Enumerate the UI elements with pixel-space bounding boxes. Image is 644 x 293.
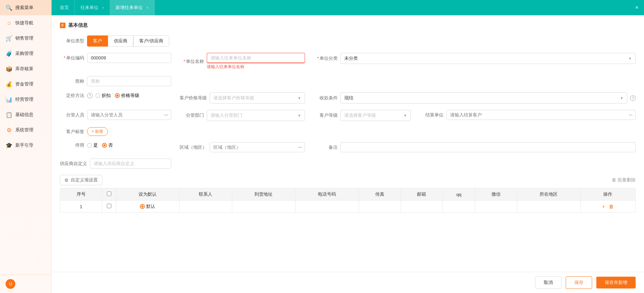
unit-code-group: *单位编码 <box>60 53 171 63</box>
unit-type-customer-button[interactable]: 客户 <box>87 35 108 47</box>
disabled-yes-radio[interactable]: 是 <box>87 142 98 148</box>
pricing-radio-group: 折扣 价格等级 <box>95 92 139 99</box>
content-area: F 基本信息 单位类型 客户 供应商 客户/供应商 *单位编码 <box>52 15 644 272</box>
unit-category-select[interactable]: 未分类 ▼ <box>340 53 636 64</box>
unit-type-supplier-button[interactable]: 供应商 <box>108 35 133 47</box>
sidebar-item-label: 销售管理 <box>15 35 33 41</box>
dept-group: 分管部门 请输入分管部门 ▼ <box>180 110 305 121</box>
row-add-button[interactable]: + <box>601 204 606 209</box>
select-all-checkbox[interactable] <box>107 192 111 196</box>
sidebar-item-label: 资金管理 <box>15 81 33 87</box>
row-delete-button[interactable]: 🗑 <box>607 204 615 209</box>
sidebar-item-sales[interactable]: 🛒 销售管理 <box>0 31 51 46</box>
unit-name-input[interactable] <box>207 53 305 63</box>
settlement-more-icon[interactable]: ··· <box>626 110 635 120</box>
unit-name-group: *单位名称 请输入往来单位名称 <box>180 53 305 70</box>
payment-terms-group: 收款条件 现结 ▼ ? <box>313 92 636 104</box>
row-wechat <box>475 201 517 213</box>
manager-label: 分管人员 <box>60 112 84 118</box>
add-tag-button[interactable]: + 标签 <box>87 127 108 136</box>
region-group: 区域（地区） ··· <box>180 142 305 152</box>
row-action: + 🗑 <box>580 201 635 213</box>
section-title: 基本信息 <box>68 22 88 29</box>
disabled-yes-circle <box>87 143 92 148</box>
pricing-discount-radio[interactable]: 折扣 <box>95 92 111 99</box>
tab-new-partner[interactable]: 新增往来单位 × <box>110 0 154 15</box>
tab-partners[interactable]: 往来单位 × <box>75 0 110 15</box>
list-icon: 📋 <box>6 111 13 118</box>
region-input[interactable] <box>210 143 295 152</box>
sidebar-item-basic[interactable]: 📋 基础信息 <box>0 107 51 122</box>
chevron-down-icon: ▼ <box>628 57 632 60</box>
customer-price-level-group: 客户价格等级 请选择客户价格等级 ▼ <box>180 92 305 104</box>
avatar: U <box>6 279 15 289</box>
home-icon: ⌂ <box>6 19 13 26</box>
manager-input[interactable] <box>87 110 162 120</box>
tags-row: 客户标签 + 标签 <box>60 127 636 136</box>
sidebar-item-search[interactable]: 🔍 搜索菜单 <box>0 0 51 15</box>
short-name-input[interactable] <box>87 76 171 86</box>
tab-partners-close-icon[interactable]: × <box>102 6 104 10</box>
custom-settings-button[interactable]: ⚙ 自定义项设置 <box>60 175 102 185</box>
col-wechat: 微信 <box>475 188 517 201</box>
search-icon: 🔍 <box>6 4 13 11</box>
sidebar-item-system[interactable]: ⚙ 系统管理 <box>0 122 51 138</box>
sidebar-item-inventory[interactable]: 📦 库存核算 <box>0 61 51 76</box>
supplier-custom-group: 供应商自定义 <box>60 158 171 169</box>
save-new-button[interactable]: 保存并新增 <box>596 277 636 288</box>
tab-new-partner-close-icon[interactable]: × <box>146 6 148 10</box>
cart-icon: 🛒 <box>6 35 13 42</box>
tab-bar: 首页 往来单位 × 新增往来单位 × × <box>52 0 644 15</box>
col-email: 邮箱 <box>401 188 443 201</box>
dept-select[interactable]: 请输入分管部门 ▼ <box>207 110 305 121</box>
supplier-custom-row: 供应商自定义 <box>60 158 636 169</box>
footer: 取消 保存 保存并新增 <box>52 272 644 293</box>
batch-delete-button[interactable]: 🗑 批量删除 <box>612 177 636 183</box>
customer-level-select[interactable]: 请选择客户等级 ▼ <box>340 110 411 121</box>
sidebar-item-purchase[interactable]: 🧳 采购管理 <box>0 46 51 61</box>
close-all-tabs-button[interactable]: × <box>633 5 641 11</box>
unit-code-input[interactable] <box>87 53 171 63</box>
cancel-button[interactable]: 取消 <box>535 276 561 289</box>
dept-label: 分管部门 <box>180 112 204 119</box>
default-radio-circle <box>140 204 145 209</box>
guide-icon: 🎓 <box>6 142 13 149</box>
customer-price-level-select[interactable]: 请选择客户价格等级 ▼ <box>210 92 305 104</box>
settlement-input[interactable] <box>447 110 626 120</box>
payment-terms-label: 收款条件 <box>313 95 338 101</box>
unit-name-error: 请输入往来单位名称 <box>207 64 305 70</box>
sidebar-item-finance[interactable]: 💰 资金管理 <box>0 76 51 92</box>
pricing-help-icon[interactable]: ? <box>87 93 93 98</box>
unit-type-both-button[interactable]: 客户/供应商 <box>133 35 169 47</box>
disabled-no-radio[interactable]: 否 <box>102 142 113 148</box>
short-name-group: 简称 <box>60 76 171 86</box>
sidebar-item-quicknav[interactable]: ⌂ 快捷导航 <box>0 15 51 31</box>
payment-help-icon[interactable]: ? <box>630 95 636 101</box>
row-default: 默认 <box>116 201 179 213</box>
payment-terms-select[interactable]: 现结 ▼ <box>340 92 627 104</box>
sidebar-item-operations[interactable]: 📊 经营管理 <box>0 92 51 107</box>
col-index: 序号 <box>60 188 102 201</box>
col-phone: 电话号码 <box>295 188 359 201</box>
col-area: 所在地区 <box>517 188 580 201</box>
contact-table: 序号 设为默认 联系人 到货地址 电话号码 传真 邮箱 qq 微信 所在地区 操… <box>60 188 636 213</box>
region-more-icon[interactable]: ··· <box>295 143 305 152</box>
row-qq <box>443 201 475 213</box>
supplier-custom-input[interactable] <box>90 158 171 169</box>
manager-more-icon[interactable]: ··· <box>162 110 171 120</box>
tab-home[interactable]: 首页 <box>54 0 75 15</box>
sidebar-item-label: 经营管理 <box>15 96 33 103</box>
row-checkbox[interactable] <box>107 204 111 208</box>
gear-icon: ⚙ <box>64 178 69 183</box>
col-address: 到货地址 <box>232 188 295 201</box>
chevron-down-icon: ▼ <box>298 114 301 117</box>
customer-price-level-label: 客户价格等级 <box>180 95 207 101</box>
save-button[interactable]: 保存 <box>566 276 592 289</box>
row-default-radio[interactable]: 默认 <box>120 203 175 210</box>
sidebar-item-newbie[interactable]: 🎓 新手引导 <box>0 138 51 153</box>
tab-new-partner-label: 新增往来单位 <box>116 5 143 11</box>
pricing-level-radio[interactable]: 价格等级 <box>115 92 139 99</box>
remarks-input[interactable] <box>340 142 636 152</box>
sidebar-item-label: 库存核算 <box>15 66 33 72</box>
col-fax: 传真 <box>359 188 401 201</box>
